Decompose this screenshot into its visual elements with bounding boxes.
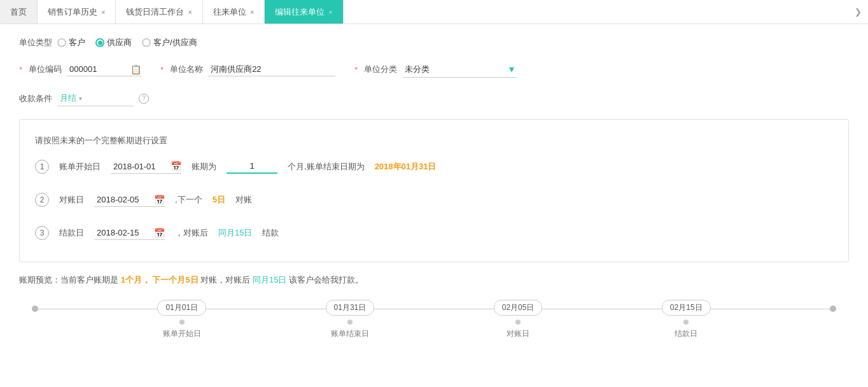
step-3-row: 3 结款日 📅 ，对账后同月15日结款 — [35, 226, 833, 240]
unit-code-field: * 单位编码 📋 — [19, 62, 141, 76]
preview-text: 账期预览：当前客户账期是 1个月， 下一个月5日 对账，对账后 同月15日 该客… — [19, 272, 849, 287]
unit-category-field: * 单位分类 未分类 ▾ — [354, 61, 517, 78]
step-1-date-wrapper: 📅 — [111, 160, 181, 174]
tab-cash-reconciliation[interactable]: 钱货日清工作台 × — [116, 0, 202, 24]
preview-highlight-2: 下一个月5日 — [152, 275, 198, 285]
payment-terms-label: 收款条件 — [19, 93, 52, 104]
step-3-suffix-pre: ，对账后 — [175, 227, 208, 239]
unit-info-row: * 单位编码 📋 * 单位名称 * 单位分类 未分类 ▾ — [19, 61, 849, 78]
step-3-suffix-highlight: 同月15日 — [218, 227, 252, 239]
step-2-label: 对账日 — [59, 194, 84, 206]
step-3-suffix-post: 结款 — [262, 227, 279, 239]
timeline-container: 01月01日 账单开始日 01月31日 账单结束日 02月05日 对账日 02月… — [32, 300, 836, 339]
timeline-node-3: 02月05日 对账日 — [494, 300, 543, 339]
radio-both-circle — [142, 38, 151, 47]
unit-category-arrow: ▾ — [509, 63, 514, 75]
step-1-period-suffix: 个月,账单结束日期为 — [288, 161, 365, 172]
timeline-label-3: 对账日 — [507, 328, 529, 339]
step-3-date-input[interactable] — [94, 226, 151, 239]
step-1-number: 1 — [35, 160, 49, 174]
unit-type-field: 单位类型 客户 供应商 客户/供应商 — [19, 37, 197, 48]
step-1-label: 账单开始日 — [59, 161, 101, 172]
radio-supplier-label: 供应商 — [107, 37, 132, 48]
tab-edit-partner[interactable]: 编辑往来单位 × — [265, 0, 343, 24]
timeline-dot-4 — [683, 320, 689, 325]
tab-sales-history-label: 销售订单历史 — [48, 6, 97, 18]
radio-both-label: 客户/供应商 — [153, 37, 197, 48]
step-3-label: 结款日 — [59, 227, 84, 239]
radio-both[interactable]: 客户/供应商 — [142, 37, 197, 48]
unit-code-star: * — [19, 65, 22, 74]
tab-more-button[interactable]: ❯ — [848, 0, 868, 24]
tab-partner-units-close[interactable]: × — [250, 8, 254, 16]
unit-type-label: 单位类型 — [19, 37, 52, 48]
step-2-row: 2 对账日 📅 ,下一个5日对账 — [35, 193, 833, 207]
unit-name-label: 单位名称 — [170, 64, 203, 75]
step-2-date-input[interactable] — [94, 193, 151, 206]
unit-code-input-wrapper: 📋 — [67, 62, 141, 76]
step-2-suffix-post: 对账 — [235, 194, 252, 206]
unit-category-value: 未分类 — [405, 64, 507, 75]
preview-text-5: 该客户会给我打款。 — [289, 275, 363, 285]
timeline-badge-2: 01月31日 — [326, 300, 375, 316]
tab-sales-history[interactable]: 销售订单历史 × — [38, 0, 116, 24]
tab-partner-units[interactable]: 往来单位 × — [203, 0, 265, 24]
tab-bar: 首页 销售订单历史 × 钱货日清工作台 × 往来单位 × 编辑往来单位 × ❯ — [0, 0, 868, 24]
unit-name-field: * 单位名称 — [160, 62, 335, 76]
step-1-period-label: 账期为 — [192, 161, 216, 172]
timeline-dot-3 — [515, 320, 521, 325]
unit-category-label: 单位分类 — [364, 64, 397, 75]
tab-more-icon: ❯ — [855, 7, 862, 17]
tab-home-label: 首页 — [10, 6, 27, 18]
timeline-end-wrapper — [830, 306, 836, 312]
tab-partner-units-label: 往来单位 — [213, 6, 246, 18]
payment-terms-row: 收款条件 月结 ▾ ? — [19, 90, 849, 106]
timeline-dot-2 — [347, 320, 353, 325]
preview-text-3: 对账，对账后 — [200, 275, 250, 285]
tab-cash-reconciliation-close[interactable]: × — [188, 8, 192, 16]
timeline-label-2: 账单结束日 — [331, 328, 369, 339]
timeline-nodes: 01月01日 账单开始日 01月31日 账单结束日 02月05日 对账日 02月… — [32, 300, 836, 339]
unit-code-copy-icon[interactable]: 📋 — [130, 64, 141, 74]
timeline-end-dot — [830, 306, 836, 312]
unit-code-label: 单位编码 — [29, 64, 62, 75]
settings-card: 请按照未来的一个完整帐期进行设置 1 账单开始日 📅 账期为 个月,账单结束日期… — [19, 119, 849, 262]
step-2-date-wrapper: 📅 — [94, 193, 165, 207]
step-2-calendar-icon[interactable]: 📅 — [154, 195, 165, 205]
preview-highlight-4: 同月15日 — [253, 275, 286, 285]
step-2-suffix-pre: ,下一个 — [175, 194, 202, 206]
timeline-badge-1: 01月01日 — [157, 300, 206, 316]
step-3-calendar-icon[interactable]: 📅 — [154, 228, 165, 238]
tab-edit-partner-label: 编辑往来单位 — [275, 6, 325, 18]
radio-customer-label: 客户 — [69, 37, 85, 48]
radio-group: 客户 供应商 客户/供应商 — [57, 37, 197, 48]
unit-code-input[interactable] — [67, 62, 130, 76]
payment-terms-field: 收款条件 月结 ▾ ? — [19, 90, 149, 106]
step-1-period-input[interactable] — [227, 159, 277, 174]
unit-name-input[interactable] — [208, 62, 335, 76]
payment-terms-arrow: ▾ — [79, 95, 82, 102]
tab-edit-partner-close[interactable]: × — [328, 8, 332, 16]
timeline-node-2: 01月31日 账单结束日 — [326, 300, 375, 339]
unit-type-row: 单位类型 客户 供应商 客户/供应商 — [19, 37, 849, 48]
radio-customer[interactable]: 客户 — [57, 37, 85, 48]
tab-home[interactable]: 首页 — [0, 0, 38, 24]
radio-supplier[interactable]: 供应商 — [95, 37, 132, 48]
timeline-start-dot — [32, 306, 38, 312]
step-1-calendar-icon[interactable]: 📅 — [171, 161, 181, 171]
card-instruction: 请按照未来的一个完整帐期进行设置 — [35, 135, 833, 146]
help-question-mark: ? — [142, 95, 146, 102]
payment-terms-help-icon[interactable]: ? — [139, 94, 149, 104]
payment-terms-dropdown[interactable]: 月结 ▾ — [57, 90, 134, 106]
step-3-date-wrapper: 📅 — [94, 226, 165, 240]
unit-name-star: * — [160, 65, 164, 74]
unit-category-dropdown[interactable]: 未分类 ▾ — [402, 61, 517, 78]
step-3-number: 3 — [35, 226, 49, 240]
step-2-suffix-highlight: 5日 — [213, 194, 225, 206]
timeline-label-4: 结款日 — [675, 328, 697, 339]
tab-sales-history-close[interactable]: × — [101, 8, 105, 16]
timeline-node-4: 02月15日 结款日 — [662, 300, 711, 339]
step-1-date-input[interactable] — [111, 160, 168, 173]
payment-terms-value: 月结 — [60, 92, 76, 104]
main-content: 单位类型 客户 供应商 客户/供应商 * 单位编码 — [0, 24, 868, 387]
